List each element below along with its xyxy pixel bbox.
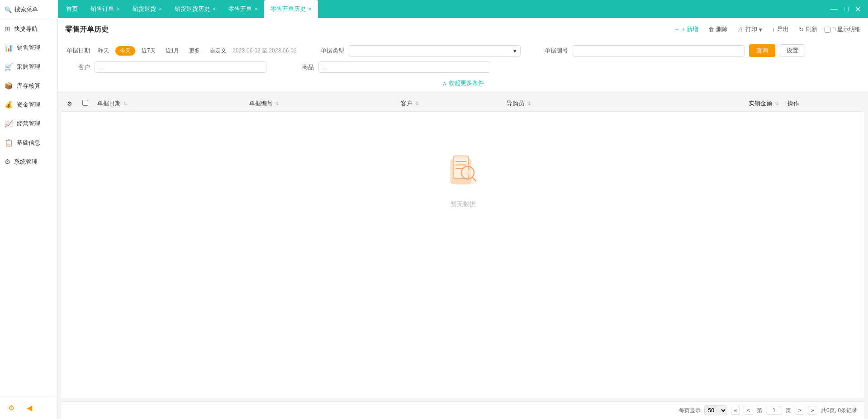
add-button[interactable]: ＋ + 新增	[671, 24, 701, 35]
page-input[interactable]	[766, 406, 782, 415]
sidebar-icon-operations: 📈	[5, 120, 13, 128]
pagination-bar: 每页显示 50 10 20 100 « < 第 页 > » 共0页, 0条记录	[62, 401, 864, 419]
customer-placeholder: ...	[99, 64, 104, 71]
sidebar-label-quick-nav: 快捷导航	[14, 25, 38, 33]
sidebar-item-finance[interactable]: 💰资金管理	[0, 95, 57, 114]
doc-num-input[interactable]	[573, 45, 745, 56]
tab-close-sales-order[interactable]: ×	[117, 6, 120, 12]
th-doc-date[interactable]: 单据日期 ⇅	[93, 96, 245, 112]
tab-label-home: 首页	[66, 5, 78, 13]
page-suffix: 页	[786, 407, 791, 414]
search-icon: 🔍	[5, 6, 12, 13]
sidebar-icon-finance: 💰	[5, 101, 13, 109]
tab-close-retail-open-history[interactable]: ×	[308, 6, 312, 12]
sidebar-item-sales-mgmt[interactable]: 📊销售管理	[0, 38, 57, 57]
page-label: 第	[757, 407, 762, 414]
per-page-select[interactable]: 50 10 20 100	[704, 405, 727, 415]
sidebar-item-quick-nav[interactable]: ⊞快捷导航	[0, 19, 57, 38]
sidebar-item-operations[interactable]: 📈经营管理	[0, 114, 57, 133]
export-button[interactable]: ↑ 导出	[769, 24, 792, 35]
sidebar-item-inventory[interactable]: 📦库存核算	[0, 76, 57, 95]
sidebar-label-purchase-mgmt: 采购管理	[17, 63, 40, 71]
sidebar-icon-sales-mgmt: 📊	[5, 44, 13, 52]
tab-sales-order[interactable]: 销售订单×	[84, 0, 126, 18]
sidebar: 🔍 搜索采单 ⊞快捷导航📊销售管理🛒采购管理📦库存核算💰资金管理📈经营管理📋基础…	[0, 0, 58, 419]
collapse-footer-btn[interactable]: ◀	[23, 401, 36, 414]
tab-label-retail-open: 零售开单	[228, 5, 252, 13]
query-button[interactable]: 查询	[749, 44, 775, 57]
th-customer[interactable]: 客户 ⇅	[396, 96, 502, 112]
tab-retail-open[interactable]: 零售开单×	[222, 0, 264, 18]
settings-footer-btn[interactable]: ⚙	[5, 401, 18, 414]
sidebar-label-sales-mgmt: 销售管理	[17, 44, 40, 52]
date-opt-yesterday[interactable]: 昨天	[95, 46, 113, 56]
minimize-btn[interactable]: —	[829, 5, 840, 14]
th-salesperson[interactable]: 导购员 ⇅	[502, 96, 631, 112]
print-button[interactable]: 🖨 打印 ▾	[735, 24, 765, 35]
last-page-btn[interactable]: »	[808, 406, 817, 415]
th-settings[interactable]: ⚙	[62, 96, 78, 112]
collapse-btn[interactable]: ∧ 收起更多条件	[438, 77, 489, 89]
date-opt-7days[interactable]: 近7天	[138, 46, 159, 56]
page-title: 零售开单历史	[65, 25, 109, 34]
tab-retail-open-history[interactable]: 零售开单历史×	[264, 0, 318, 18]
main-content: 首页销售订单×销货退货×销货退货历史×零售开单×零售开单历史× — □ ✕ 零售…	[58, 0, 868, 419]
pagination-total: 共0页, 0条记录	[821, 407, 857, 414]
sidebar-label-sys-mgmt: 系统管理	[14, 158, 38, 166]
empty-icon	[441, 148, 486, 193]
th-action: 操作	[783, 96, 864, 112]
maximize-btn[interactable]: □	[842, 5, 850, 14]
delete-button[interactable]: 🗑 删除	[706, 24, 730, 35]
table-header-row: ⚙ 单据日期 ⇅ 单据编号 ⇅ 客户 ⇅ 导购员 ⇅ 实销金额 ⇅ 操作	[62, 96, 864, 112]
date-opt-custom[interactable]: 自定义	[206, 46, 230, 56]
date-opt-today[interactable]: 今天	[115, 46, 135, 56]
first-page-btn[interactable]: «	[731, 406, 740, 415]
sidebar-item-basic-info[interactable]: 📋基础信息	[0, 133, 57, 152]
doc-num-label: 单据编号	[543, 47, 568, 55]
filter-area: 单据日期 昨天 今天 近7天 近1月 更多 自定义 2023-06-02 至 2…	[65, 40, 861, 89]
display-detail-toggle[interactable]: □ 显示明细	[825, 25, 861, 33]
sidebar-search[interactable]: 🔍 搜索采单	[0, 0, 57, 19]
date-opt-more[interactable]: 更多	[185, 46, 204, 56]
table-container: ⚙ 单据日期 ⇅ 单据编号 ⇅ 客户 ⇅ 导购员 ⇅ 实销金额 ⇅ 操作	[62, 96, 864, 398]
filter-row-2: 客户 ... 商品 ...	[65, 61, 861, 73]
select-all-checkbox[interactable]	[82, 100, 88, 106]
tab-close-retail-open[interactable]: ×	[255, 6, 258, 12]
close-btn[interactable]: ✕	[853, 5, 863, 14]
doc-type-dropdown-icon: ▾	[513, 47, 517, 54]
tab-bar: 首页销售订单×销货退货×销货退货历史×零售开单×零售开单历史× — □ ✕	[58, 0, 868, 18]
tab-close-sales-return[interactable]: ×	[159, 6, 162, 12]
tab-home[interactable]: 首页	[60, 0, 84, 18]
export-icon: ↑	[772, 26, 775, 33]
prev-page-btn[interactable]: <	[744, 406, 753, 415]
sidebar-icon-inventory: 📦	[5, 82, 13, 90]
th-checkbox[interactable]	[78, 96, 93, 112]
sidebar-item-sys-mgmt[interactable]: ⚙系统管理	[0, 152, 57, 171]
sidebar-icon-quick-nav: ⊞	[5, 25, 10, 33]
tab-close-sales-return-history[interactable]: ×	[213, 6, 216, 12]
customer-select[interactable]: ...	[95, 61, 266, 73]
refresh-icon: ↻	[799, 26, 804, 33]
date-opt-1month[interactable]: 近1月	[162, 46, 183, 56]
date-filter-label: 单据日期	[65, 47, 90, 55]
goods-select[interactable]: ...	[318, 61, 490, 73]
tab-sales-return[interactable]: 销货退货×	[126, 0, 168, 18]
sidebar-item-purchase-mgmt[interactable]: 🛒采购管理	[0, 57, 57, 76]
sidebar-label-finance: 资金管理	[17, 101, 40, 109]
refresh-button[interactable]: ↻ 刷新	[796, 24, 820, 35]
filter-row-1: 单据日期 昨天 今天 近7天 近1月 更多 自定义 2023-06-02 至 2…	[65, 44, 861, 57]
tab-sales-return-history[interactable]: 销货退货历史×	[168, 0, 222, 18]
th-doc-num[interactable]: 单据编号 ⇅	[245, 96, 397, 112]
sidebar-menu: ⊞快捷导航📊销售管理🛒采购管理📦库存核算💰资金管理📈经营管理📋基础信息⚙系统管理	[0, 19, 57, 396]
sidebar-search-label: 搜索采单	[14, 5, 38, 14]
window-controls: — □ ✕	[829, 5, 866, 14]
per-page-label: 每页显示	[679, 407, 701, 414]
display-detail-checkbox[interactable]	[825, 27, 830, 33]
settings-button[interactable]: 设置	[780, 44, 805, 57]
doc-type-select[interactable]: ▾	[349, 45, 521, 56]
sidebar-label-inventory: 库存核算	[17, 82, 40, 90]
th-actual-amount[interactable]: 实销金额 ⇅	[631, 96, 783, 112]
sidebar-icon-sys-mgmt: ⚙	[5, 158, 10, 166]
next-page-btn[interactable]: >	[795, 406, 804, 415]
data-table: ⚙ 单据日期 ⇅ 单据编号 ⇅ 客户 ⇅ 导购员 ⇅ 实销金额 ⇅ 操作	[62, 96, 864, 112]
